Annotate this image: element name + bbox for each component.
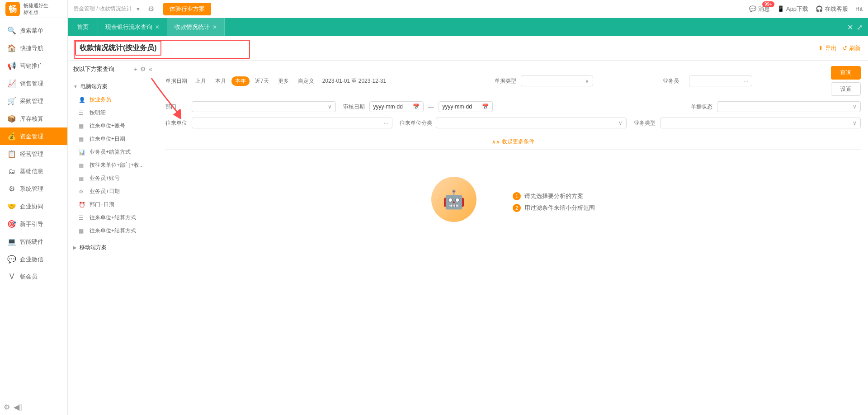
- scheme-item-by-detail[interactable]: ☰ 按明细: [68, 106, 158, 119]
- breadcrumb-dropdown-icon[interactable]: ▼: [136, 6, 141, 12]
- sidebar-item-sales[interactable]: 📈销售管理: [0, 75, 67, 92]
- sidebar-item-guide[interactable]: 🎯新手引导: [0, 215, 67, 233]
- tab-receipt-stats-close-icon[interactable]: ✕: [212, 24, 217, 30]
- tab-bar: 首页 现金银行流水查询 ✕ 收款情况统计 ✕ ✕ ⤢: [68, 18, 868, 36]
- sidebar-item-purchase[interactable]: 🛒采购管理: [0, 92, 67, 110]
- group-expand-icon: ▼: [73, 84, 78, 89]
- window-close-icon[interactable]: ✕: [847, 23, 853, 32]
- scheme-collapse-button[interactable]: «: [149, 66, 152, 73]
- sidebar-item-system[interactable]: ⚙系统管理: [0, 180, 67, 198]
- collapse-sidebar-icon[interactable]: ◀||: [14, 403, 23, 411]
- date-tab-this-month[interactable]: 本月: [212, 76, 230, 86]
- scheme-item-partner-dept[interactable]: ▦ 按往来单位+部门+收...: [68, 159, 158, 172]
- sidebar-item-marketing[interactable]: 📢营销推广: [0, 57, 67, 75]
- filter-row-2: 部门 ∨ 审核日期 yyyy-mm-dd 📅 —: [165, 101, 861, 112]
- refresh-label: 刷新: [849, 44, 861, 52]
- sidebar-item-basic[interactable]: 🗂基础信息: [0, 163, 67, 180]
- refresh-button[interactable]: ↺ 刷新: [842, 44, 861, 52]
- sidebar-item-inventory[interactable]: 📦库存核算: [0, 110, 67, 127]
- online-service[interactable]: 🎧 在线客服: [816, 5, 848, 13]
- sidebar-item-label-system: 系统管理: [20, 185, 43, 193]
- voucher-status-filter: 单据状态 ∨: [691, 101, 861, 112]
- salesperson-filter: 业务员 ···: [663, 75, 824, 86]
- collapse-bar[interactable]: ∧∧ 收起更多条件: [165, 134, 861, 149]
- scheme-item-salesperson-account[interactable]: ▦ 业务员+账号: [68, 172, 158, 185]
- tab-bank-flow-close-icon[interactable]: ✕: [155, 24, 160, 30]
- partner-method1-icon: ☰: [79, 215, 86, 221]
- date-tab-7days[interactable]: 近7天: [251, 76, 273, 86]
- partner-account-icon: ▦: [79, 123, 86, 129]
- export-button[interactable]: ⬆ 导出: [818, 44, 837, 52]
- review-date-start-value: yyyy-mm-dd: [373, 104, 403, 110]
- sidebar-item-finance[interactable]: 💰资金管理: [0, 127, 67, 145]
- scheme-group-pc-title[interactable]: ▼ 电脑端方案: [68, 80, 158, 93]
- logo-area: 畅 畅捷通好生 标准版: [0, 0, 67, 18]
- scheme-item-partner-account[interactable]: ▦ 往来单位+账号: [68, 119, 158, 132]
- salesperson-account-icon: ▦: [79, 175, 86, 182]
- salesperson-select[interactable]: ···: [689, 75, 752, 86]
- scheme-item-partner-date[interactable]: ▦ 往来单位+日期: [68, 132, 158, 146]
- enterprise-icon: 🤝: [7, 202, 16, 211]
- sidebar-item-search[interactable]: 🔍搜索菜单: [0, 22, 67, 39]
- tab-receipt-stats[interactable]: 收款情况统计 ✕: [167, 18, 225, 36]
- export-label: 导出: [825, 44, 837, 52]
- system-icon: ⚙: [7, 184, 16, 193]
- sidebar-item-wechat[interactable]: 💬企业微信: [0, 250, 67, 268]
- biz-type-filter: 业务类型 ∨: [634, 118, 861, 128]
- calendar-start-icon[interactable]: 📅: [413, 104, 420, 110]
- sidebar-item-quick[interactable]: 🏠快捷导航: [0, 39, 67, 57]
- review-date-end[interactable]: yyyy-mm-dd 📅: [439, 101, 493, 112]
- settings-icon[interactable]: ⚙: [4, 403, 10, 411]
- content-wrapper: 按以下方案查询 + ⚙ « ▼ 电脑端方案 👤 按业务员 ☰: [68, 61, 868, 415]
- scheme-item-partner-method1[interactable]: ☰ 往来单位+结算方式: [68, 211, 158, 224]
- scheme-setting-button[interactable]: ⚙: [140, 66, 146, 73]
- date-tab-more[interactable]: 更多: [274, 76, 292, 86]
- tab-bank-flow[interactable]: 现金银行流水查询 ✕: [98, 18, 167, 36]
- action-buttons: 查询 设置: [831, 66, 861, 96]
- sidebar-item-hardware[interactable]: 💻智能硬件: [0, 233, 67, 250]
- settings-gear-icon[interactable]: ⚙: [148, 5, 154, 13]
- date-tab-last-month[interactable]: 上月: [192, 76, 210, 86]
- query-button[interactable]: 查询: [831, 66, 861, 80]
- scheme-item-salesperson-method[interactable]: 📊 业务员+结算方式: [68, 146, 158, 159]
- partner-select[interactable]: ···: [192, 118, 392, 128]
- empty-robot-illustration: 🤖: [431, 177, 476, 222]
- user-area[interactable]: Rit: [855, 5, 863, 12]
- trial-button[interactable]: 体验行业方案: [163, 3, 211, 15]
- sidebar-item-member[interactable]: V畅会员: [0, 268, 67, 285]
- scheme-add-button[interactable]: +: [134, 66, 137, 73]
- app-download[interactable]: 📱 App下载: [777, 5, 808, 13]
- window-maximize-icon[interactable]: ⤢: [857, 23, 863, 32]
- scheme-item-dept-date[interactable]: ⏰ 部门+日期: [68, 198, 158, 211]
- marketing-icon: 📢: [7, 61, 16, 70]
- window-controls: ✕ ⤢: [847, 23, 868, 32]
- date-tabs: 上月 本月 本年 近7天 更多 自定义: [192, 76, 318, 86]
- partner-label: 往来单位: [165, 119, 188, 127]
- voucher-type-select[interactable]: ∨: [521, 75, 593, 86]
- set-button[interactable]: 设置: [831, 82, 861, 96]
- biz-type-select[interactable]: ∨: [660, 118, 861, 128]
- message-center[interactable]: 💬 消息 99+: [749, 5, 770, 13]
- wechat-icon: 💬: [7, 255, 16, 264]
- sidebar-item-operation[interactable]: 📋经营管理: [0, 145, 67, 163]
- voucher-status-select[interactable]: ∨: [717, 101, 861, 112]
- tab-home[interactable]: 首页: [68, 18, 98, 36]
- calendar-end-icon[interactable]: 📅: [482, 104, 489, 110]
- sidebar-item-label-wechat: 企业微信: [20, 255, 43, 264]
- sidebar-item-label-purchase: 采购管理: [20, 97, 43, 105]
- scheme-item-salesperson-date[interactable]: ⚙ 业务员+日期: [68, 185, 158, 198]
- scheme-group-mobile-title[interactable]: ▶ 移动端方案: [68, 241, 158, 254]
- tab-receipt-stats-label: 收款情况统计: [175, 23, 210, 31]
- partner-dots-icon[interactable]: ···: [384, 120, 388, 126]
- purchase-icon: 🛒: [7, 97, 16, 105]
- review-date-start[interactable]: yyyy-mm-dd 📅: [369, 101, 424, 112]
- scheme-item-by-salesperson[interactable]: 👤 按业务员: [68, 93, 158, 106]
- sidebar-item-label-basic: 基础信息: [20, 167, 43, 175]
- date-tab-custom[interactable]: 自定义: [294, 76, 318, 86]
- scheme-item-partner-method2[interactable]: ▦ 往来单位+结算方式: [68, 224, 158, 237]
- date-tab-this-year[interactable]: 本年: [231, 76, 250, 86]
- partner-date-icon: ▦: [79, 136, 86, 142]
- partner-cat-select[interactable]: ∨: [436, 118, 627, 128]
- dept-select[interactable]: ∨: [192, 101, 336, 112]
- sidebar-item-enterprise[interactable]: 🤝企业协同: [0, 198, 67, 215]
